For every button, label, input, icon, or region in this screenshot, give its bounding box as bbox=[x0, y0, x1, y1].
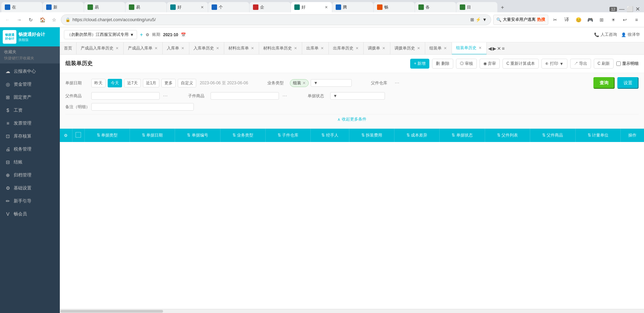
qr-icon[interactable]: ⊞ bbox=[470, 17, 474, 22]
tab-in-order[interactable]: 入库单 ✕ bbox=[163, 42, 189, 55]
sidebar-favorites[interactable]: 收藏夹 快捷键打开收藏夹 bbox=[0, 46, 60, 63]
consult-button[interactable]: 📞 人工咨询 bbox=[594, 32, 617, 38]
date-btn-today[interactable]: 今天 bbox=[108, 79, 122, 87]
add-company-button[interactable]: + bbox=[140, 32, 143, 38]
undo-icon[interactable]: ↩ bbox=[620, 15, 630, 25]
browser-tab-5[interactable]: 好 ✕ bbox=[167, 2, 208, 12]
note-input[interactable] bbox=[91, 103, 194, 111]
bottom-scrollbar[interactable] bbox=[60, 309, 644, 313]
col-parent-goods[interactable]: ⇅ 父件商品 bbox=[530, 129, 575, 142]
tab-close-prod-in-hist[interactable]: ✕ bbox=[115, 46, 119, 51]
sidebar-item-assets[interactable]: ⊞ 固定资产 bbox=[0, 91, 60, 104]
print-button[interactable]: ⊕ 打印 ▼ bbox=[541, 59, 567, 69]
tab-close-5[interactable]: ✕ bbox=[200, 4, 204, 10]
col-order-date[interactable]: ⇅ 单据日期 bbox=[130, 129, 175, 142]
col-biz-type[interactable]: ⇅ 业务类型 bbox=[220, 129, 265, 142]
address-bar[interactable]: 🔒 https://cloud.chanjet.com/accounting/u… bbox=[61, 14, 491, 25]
abandon-button[interactable]: ◉ 弃审 bbox=[480, 59, 500, 69]
maximize-button[interactable]: ⬜ bbox=[627, 6, 633, 12]
col-disassemble-cost[interactable]: ⇅ 拆装费用 bbox=[349, 129, 394, 142]
company-selector[interactable]: （勿删勿禁用）江西服宝测试专用 ▼ bbox=[64, 30, 137, 39]
translate-icon[interactable]: 译 bbox=[562, 15, 572, 25]
browser-tab-6[interactable]: 个 bbox=[208, 2, 249, 12]
scissors-icon[interactable]: ✂ bbox=[550, 15, 560, 25]
date-btn-custom[interactable]: 自定义 bbox=[178, 79, 196, 87]
forward-button[interactable]: → bbox=[14, 15, 24, 25]
tab-close-in-order[interactable]: ✕ bbox=[180, 46, 185, 51]
collapse-button[interactable]: ∧ 收起更多条件 bbox=[65, 114, 639, 124]
col-order-no[interactable]: ⇅ 单据编号 bbox=[175, 129, 220, 142]
biz-type-select[interactable]: ▼ bbox=[311, 79, 352, 87]
game-icon[interactable]: 🎮 bbox=[585, 15, 595, 25]
tab-out-hist[interactable]: 出库单历史 ✕ bbox=[329, 42, 364, 55]
browser-tab-10[interactable]: 畅 bbox=[374, 2, 415, 12]
search-box[interactable]: 🔍 大量安卓用户逃离 热搜 bbox=[493, 15, 548, 25]
col-child-warehouse[interactable]: ⇅ 子件仓库 bbox=[266, 129, 311, 142]
tab-assemble-hist[interactable]: 组装单历史 ✕ bbox=[452, 42, 487, 55]
child-goods-input[interactable] bbox=[211, 92, 279, 100]
tab-mat-out[interactable]: 材料出库单 ✕ bbox=[224, 42, 259, 55]
sidebar-item-guide[interactable]: ✏ 新手引导 bbox=[0, 195, 60, 208]
browser-tab-8[interactable]: 好 ✕ bbox=[291, 2, 332, 12]
back-button[interactable]: ← bbox=[3, 15, 12, 25]
col-settings[interactable]: ⚙ bbox=[60, 129, 72, 142]
browser-tab-2[interactable]: 新 bbox=[43, 2, 84, 12]
export-button[interactable]: ↗ 导出 bbox=[570, 59, 591, 69]
col-cost-diff[interactable]: ⇅ 成本差异 bbox=[394, 129, 439, 142]
audit-button[interactable]: ◎ 审核 bbox=[456, 59, 477, 69]
tabs-next-arrow[interactable]: ▶ bbox=[493, 46, 496, 51]
recalculate-button[interactable]: C 重新计算成本 bbox=[502, 59, 539, 69]
tabs-close-all[interactable]: ✕ bbox=[497, 46, 501, 51]
display-detail-checkbox[interactable] bbox=[616, 61, 621, 66]
bookmark-button[interactable]: ☆ bbox=[49, 15, 59, 25]
tab-out-order[interactable]: 出库单 ✕ bbox=[302, 42, 329, 55]
tab-close-out-hist[interactable]: ✕ bbox=[355, 46, 359, 51]
delete-button[interactable]: 删 删除 bbox=[432, 59, 453, 69]
brightness-icon[interactable]: ☀ bbox=[608, 15, 618, 25]
browser-tab-9[interactable]: 腾 bbox=[332, 2, 373, 12]
sidebar-item-inventory[interactable]: ⊡ 库存核算 bbox=[0, 130, 60, 143]
col-handler[interactable]: ⇅ 经手人 bbox=[311, 129, 349, 142]
tab-close-8[interactable]: ✕ bbox=[324, 4, 328, 10]
browser-tab-11[interactable]: 各 bbox=[415, 2, 456, 12]
tab-close-mat-out-hist[interactable]: ✕ bbox=[293, 46, 298, 51]
date-btn-1month[interactable]: 近1月 bbox=[143, 79, 160, 87]
tab-home[interactable]: 首页 bbox=[60, 42, 77, 55]
col-order-type[interactable]: ⇅ 单据类型 bbox=[84, 129, 130, 142]
date-btn-yesterday[interactable]: 昨天 bbox=[91, 79, 106, 87]
scrollbar-thumb[interactable] bbox=[61, 310, 163, 313]
menu-icon[interactable]: ≡ bbox=[632, 15, 641, 25]
tab-close-adjust-hist[interactable]: ✕ bbox=[416, 46, 421, 51]
tabs-more-icon[interactable]: ≡ bbox=[502, 46, 505, 51]
close-window-button[interactable]: ✕ bbox=[635, 6, 640, 12]
browser-tab-1[interactable]: 在 bbox=[1, 2, 42, 12]
order-status-select[interactable]: ▼ bbox=[330, 92, 385, 100]
new-button[interactable]: + 新增 bbox=[410, 59, 429, 69]
sidebar-item-settle[interactable]: ⊟ 结账 bbox=[0, 156, 60, 169]
sidebar-item-invoice[interactable]: ≡ 发票管理 bbox=[0, 117, 60, 130]
new-tab-button[interactable]: + bbox=[498, 3, 507, 12]
emoji-icon[interactable]: 😊 bbox=[574, 15, 583, 25]
sidebar-item-funds[interactable]: ◎ 资金管理 bbox=[0, 78, 60, 91]
browser-tab-4[interactable]: 易 bbox=[125, 2, 166, 12]
tab-close-in-hist[interactable]: ✕ bbox=[215, 46, 220, 51]
sidebar-item-salary[interactable]: $ 工资 bbox=[0, 104, 60, 117]
lightning-icon[interactable]: ⚡ bbox=[475, 17, 481, 22]
query-button[interactable]: 查询 bbox=[593, 77, 615, 89]
tab-prod-in-hist[interactable]: 产成品入库单历史 ✕ bbox=[77, 42, 124, 55]
parent-warehouse-more[interactable]: ··· bbox=[393, 80, 401, 86]
tab-close-assemble[interactable]: ✕ bbox=[443, 46, 447, 51]
col-order-status[interactable]: ⇅ 单据状态 bbox=[440, 129, 485, 142]
tab-close-mat-out[interactable]: ✕ bbox=[250, 46, 255, 51]
parent-goods-input[interactable] bbox=[91, 92, 160, 100]
col-parent-list[interactable]: ⇅ 父件列表 bbox=[485, 129, 530, 142]
user-avatar[interactable]: 👤 徐泽华 bbox=[621, 32, 640, 38]
tab-mat-out-hist[interactable]: 材料出库单历史 ✕ bbox=[259, 42, 302, 55]
sidebar-item-tax[interactable]: 🖨 税务管理 bbox=[0, 143, 60, 156]
tab-close-adjust[interactable]: ✕ bbox=[381, 46, 386, 51]
calendar-icon[interactable]: 📅 bbox=[181, 32, 186, 37]
tab-close-prod-in[interactable]: ✕ bbox=[154, 46, 158, 51]
company-settings-icon[interactable]: ⚙ bbox=[146, 32, 149, 37]
home-button[interactable]: 🏠 bbox=[38, 15, 47, 25]
tab-assemble[interactable]: 组装单 ✕ bbox=[425, 42, 452, 55]
